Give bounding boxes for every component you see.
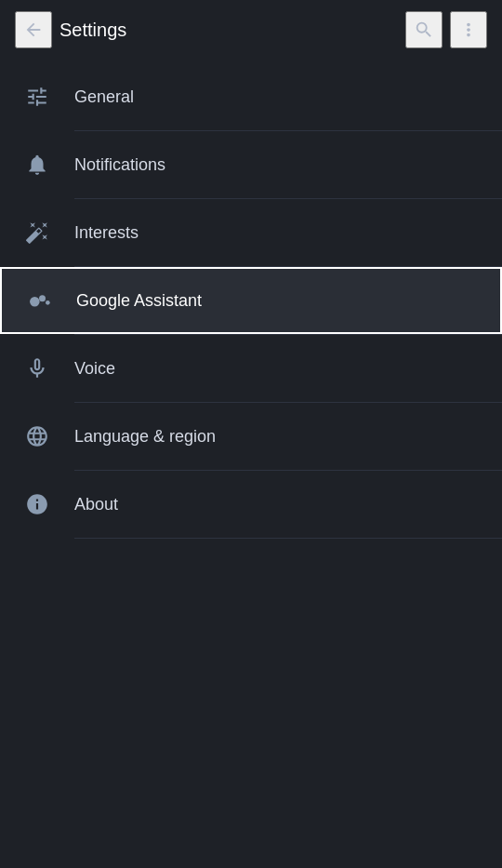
svg-point-1 [39,295,46,301]
svg-point-2 [46,300,50,305]
menu-item-google-assistant-label: Google Assistant [76,291,202,311]
divider-about [74,538,502,539]
more-vert-icon [458,20,479,40]
menu-item-language-region-label: Language & region [74,427,216,447]
wand-icon [15,220,59,245]
menu-item-interests-label: Interests [74,223,139,243]
mic-icon [15,356,59,381]
menu-item-voice-label: Voice [74,359,115,379]
bell-icon [15,153,59,177]
back-arrow-icon [23,20,44,40]
sliders-icon [15,85,59,109]
search-icon [414,20,434,40]
menu-item-about[interactable]: About [0,471,502,538]
search-button[interactable] [405,11,443,48]
more-options-button[interactable] [450,11,487,48]
app-header: Settings [0,0,502,60]
globe-icon [15,424,59,448]
back-button[interactable] [15,11,52,48]
menu-item-language-region[interactable]: Language & region [0,403,502,470]
info-icon [15,492,59,516]
menu-item-interests[interactable]: Interests [0,199,502,266]
menu-item-notifications-label: Notifications [74,155,165,175]
settings-menu: General Notifications Interests [0,63,502,539]
page-title: Settings [59,20,405,41]
menu-item-voice[interactable]: Voice [0,335,502,402]
menu-item-general-label: General [74,87,134,107]
svg-point-0 [30,297,40,307]
header-actions [405,11,487,48]
menu-item-google-assistant[interactable]: Google Assistant [0,267,502,334]
menu-item-general[interactable]: General [0,63,502,130]
menu-item-about-label: About [74,495,118,514]
google-assistant-icon [17,287,61,314]
menu-item-notifications[interactable]: Notifications [0,131,502,198]
